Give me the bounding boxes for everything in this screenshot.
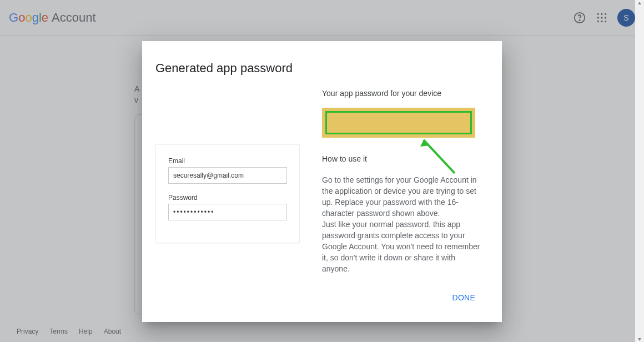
dialog-right-column: Your app password for your device How to…: [322, 89, 482, 274]
app-password-dialog: Generated app password Email Password Yo…: [142, 41, 502, 322]
dialog-left-column: Email Password: [155, 89, 300, 274]
done-button[interactable]: DONE: [446, 289, 482, 306]
dialog-body: Email Password Your app password for you…: [155, 89, 482, 274]
email-label: Email: [168, 157, 287, 165]
password-label: Password: [168, 194, 287, 202]
modal-scrim: Generated app password Email Password Yo…: [0, 0, 644, 342]
dialog-title: Generated app password: [155, 61, 482, 76]
password-field: [168, 204, 287, 220]
svg-marker-12: [420, 140, 429, 147]
scrollbar[interactable]: [635, 0, 644, 342]
dialog-actions: DONE: [155, 289, 482, 306]
email-field: [168, 167, 287, 184]
howto-body: Go to the settings for your Google Accou…: [322, 174, 482, 274]
howto-title: How to use it: [322, 154, 482, 163]
app-password-heading: Your app password for your device: [322, 89, 482, 98]
app-password-box: [322, 108, 475, 138]
app-password-highlight: [325, 111, 472, 134]
credentials-card: Email Password: [155, 144, 300, 243]
